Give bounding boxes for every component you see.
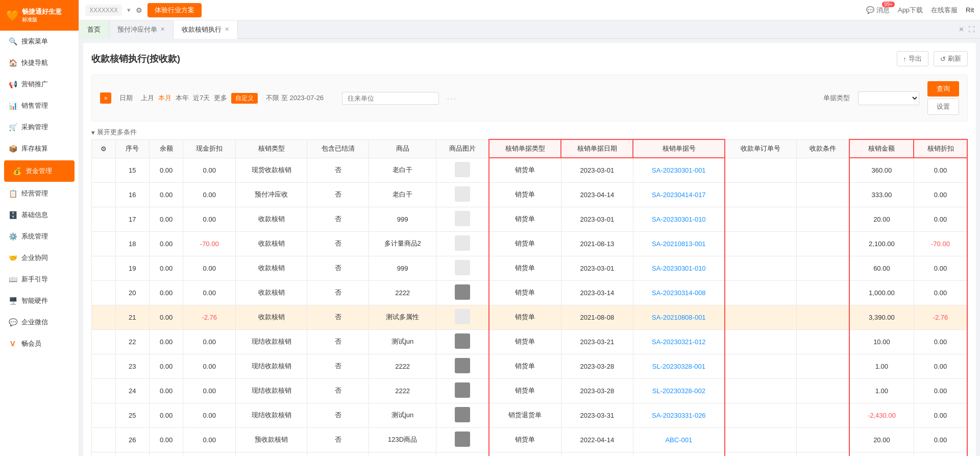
tab-prepay[interactable]: 预付冲应付单 ✕ <box>109 20 174 39</box>
app-download-link[interactable]: App下载 <box>898 6 923 15</box>
write-off-no-link[interactable]: SA-20230414-017 <box>652 191 706 199</box>
sidebar-item-ops[interactable]: 📋 经营管理 <box>0 183 79 204</box>
cell-write-off-discount: 0.00 <box>914 280 967 305</box>
sidebar-item-collab[interactable]: 🤝 企业协同 <box>0 247 79 269</box>
cell-receipt-order-no <box>725 354 796 378</box>
sidebar-item-shortcut[interactable]: 🏠 快捷导航 <box>0 52 79 74</box>
write-off-no-link[interactable]: ABC-001 <box>665 436 692 444</box>
partner-input[interactable] <box>342 92 439 105</box>
industry-solution-button[interactable]: 体验行业方案 <box>148 3 202 17</box>
tab-prepay-label: 预付冲应付单 <box>117 25 157 34</box>
cell-gear <box>92 305 116 329</box>
sidebar-item-sales[interactable]: 📊 销售管理 <box>0 95 79 116</box>
tab-prepay-close-icon[interactable]: ✕ <box>160 26 165 33</box>
expand-more[interactable]: ▾ 展开更多条件 <box>91 128 968 137</box>
message-count: 99+ <box>882 2 895 7</box>
sidebar-item-label: 搜索菜单 <box>21 37 48 46</box>
cell-receipt-order-no <box>725 452 796 456</box>
tab-home[interactable]: 首页 <box>79 20 109 39</box>
write-off-no-link[interactable]: SL-20230328-002 <box>652 387 705 395</box>
date-filter-more[interactable]: 更多 <box>214 93 227 103</box>
sidebar-item-guide[interactable]: 📖 新手引导 <box>0 269 79 290</box>
write-off-no-link[interactable]: SA-20210808-001 <box>652 314 706 321</box>
cell-type: 收款核销 <box>236 256 307 280</box>
goods-image-placeholder <box>455 260 470 275</box>
sidebar-item-marketing[interactable]: 📢 营销推广 <box>0 74 79 95</box>
refresh-button[interactable]: ↺ 刷新 <box>934 51 968 66</box>
sidebar-item-hardware[interactable]: 🖥️ 智能硬件 <box>0 290 79 311</box>
sidebar-item-wechat[interactable]: 💬 企业微信 <box>0 311 79 333</box>
tab-collection[interactable]: 收款核销执行 ✕ <box>174 20 238 39</box>
sidebar-item-system[interactable]: ⚙️ 系统管理 <box>0 226 79 247</box>
cell-receipt-condition <box>796 452 849 456</box>
date-filter-7days[interactable]: 近7天 <box>193 93 210 103</box>
cell-write-off-type: 销货单 <box>489 329 561 354</box>
write-off-no-link[interactable]: SA-20230301-001 <box>652 166 706 174</box>
database-icon: 🗄️ <box>8 210 17 220</box>
dropdown-arrow-icon[interactable]: ▾ <box>127 6 131 14</box>
sidebar-item-basic[interactable]: 🗄️ 基础信息 <box>0 204 79 226</box>
cell-write-off-type: 销货单 <box>489 231 561 256</box>
settings-gear-icon[interactable]: ⚙ <box>136 6 142 14</box>
col-header-cash-discount: 现金折扣 <box>183 139 236 158</box>
maximize-icon[interactable]: ⛶ <box>968 26 975 33</box>
cell-goods-img <box>436 158 489 182</box>
cell-type: 现结收款核销 <box>236 452 307 456</box>
sidebar-item-finance[interactable]: 💰 资金管理 <box>4 160 75 182</box>
receipt-type-select[interactable] <box>858 91 919 105</box>
date-filter-custom-button[interactable]: 自定义 <box>231 93 258 104</box>
logo-text: 畅捷通好生意 <box>22 7 62 16</box>
write-off-no-link[interactable]: SA-20230301-010 <box>652 265 706 272</box>
cell-write-off-type: 销货单 <box>489 452 561 456</box>
setting-button[interactable]: 设置 <box>927 99 959 115</box>
sidebar-item-inventory[interactable]: 📦 库存核算 <box>0 138 79 159</box>
cell-write-off-discount: 0.00 <box>914 158 967 182</box>
date-filter-last-month[interactable]: 上月 <box>141 93 154 103</box>
table-row: 18 0.00 -70.00 收款核销 否 多计量商品2 销货单 2021-08… <box>92 231 968 256</box>
date-range-text: 不限 至 2023-07-26 <box>266 93 324 103</box>
cell-goods-img <box>436 231 489 256</box>
table-row: 16 0.00 0.00 预付冲应收 否 老白干 销货单 2023-04-14 … <box>92 182 968 207</box>
date-filter-this-year[interactable]: 本年 <box>176 93 189 103</box>
date-filter-this-month[interactable]: 本月 <box>158 93 172 103</box>
write-off-no-link[interactable]: SA-20230321-012 <box>652 338 706 346</box>
cell-receipt-order-no <box>725 403 796 427</box>
close-window-icon[interactable]: ✕ <box>959 26 964 33</box>
cell-write-off-type: 销货单 <box>489 158 561 182</box>
write-off-no-link[interactable]: SA-20230331-026 <box>652 412 706 419</box>
logo-icon: 🧡 <box>6 9 19 21</box>
write-off-no-link[interactable]: SA-20230301-010 <box>652 215 706 223</box>
export-icon: ↑ <box>903 55 907 63</box>
cell-gear <box>92 378 116 403</box>
goods-image-thumb <box>455 407 470 422</box>
cell-write-off-discount: 0.00 <box>914 378 967 403</box>
cell-write-off-no: SA-20230321-012 <box>633 329 724 354</box>
write-off-no-link[interactable]: SL-20230328-001 <box>652 363 705 370</box>
filter-collapse-button[interactable]: » <box>100 92 111 104</box>
user-name[interactable]: Rit <box>966 6 974 14</box>
col-header-balance: 余额 <box>149 139 183 158</box>
sidebar-item-purchase[interactable]: 🛒 采购管理 <box>0 116 79 138</box>
query-button[interactable]: 查询 <box>927 81 959 97</box>
cell-receipt-order-no <box>725 256 796 280</box>
cell-write-off-amount: 360.00 <box>849 158 914 182</box>
col-header-gear[interactable]: ⚙ <box>92 139 116 158</box>
topbar: XXXXXXX ▾ ⚙ 体验行业方案 💬 消息 99+ App下载 在线客服 R… <box>79 0 980 20</box>
cell-write-off-no: SA-20230301-001 <box>633 158 724 182</box>
cell-goods: 测试多属性 <box>369 305 436 329</box>
sidebar-item-search[interactable]: 🔍 搜索菜单 <box>0 31 79 52</box>
sidebar-item-vip[interactable]: V 畅会员 <box>0 333 79 354</box>
cell-write-off-no: SA-20230414-017 <box>633 182 724 207</box>
write-off-no-link[interactable]: SA-20210813-001 <box>652 240 706 248</box>
cell-balance: 0.00 <box>149 354 183 378</box>
export-button[interactable]: ↑ 导出 <box>897 51 929 66</box>
tab-collection-close-icon[interactable]: ✕ <box>225 26 229 33</box>
home-icon: 🏠 <box>8 58 17 67</box>
message-badge[interactable]: 💬 消息 99+ <box>866 6 890 15</box>
online-service-link[interactable]: 在线客服 <box>931 6 958 15</box>
write-off-no-link[interactable]: SA-20230314-008 <box>652 289 706 297</box>
cell-no: 15 <box>115 158 149 182</box>
search-icon: 🔍 <box>8 37 17 46</box>
money-icon: 💰 <box>12 166 21 176</box>
cell-write-off-type: 销货单 <box>489 207 561 231</box>
